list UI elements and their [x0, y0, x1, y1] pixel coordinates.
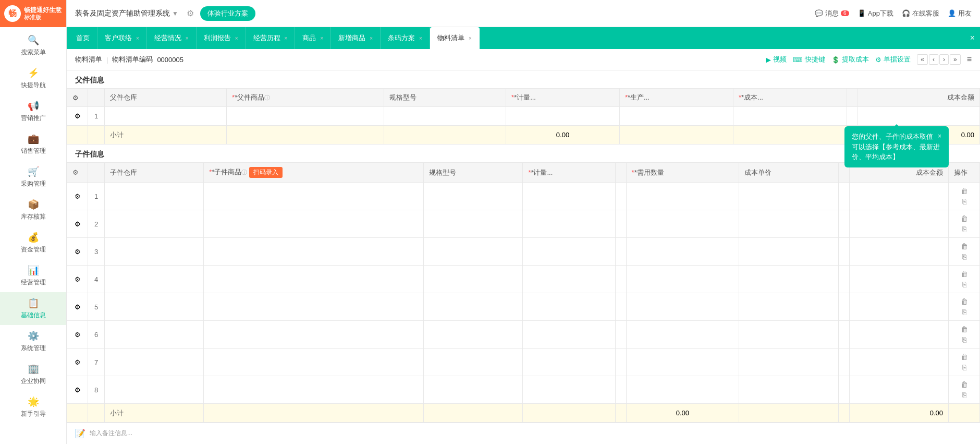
tab-history[interactable]: 经营历程 × [246, 27, 296, 49]
delete-row-button[interactable]: 🗑 [959, 241, 970, 251]
sidebar-item-guide[interactable]: 🌟 新手引导 [0, 391, 66, 424]
child-unit-cost-cell[interactable] [739, 266, 838, 293]
tab-close-icon[interactable]: × [419, 35, 422, 41]
child-required-qty-cell[interactable] [626, 266, 739, 293]
tab-bom[interactable]: 物料清单 × [430, 27, 480, 49]
child-unit-cell[interactable] [523, 293, 615, 321]
next-page-button[interactable]: › [939, 54, 949, 65]
child-unit-cost-cell[interactable] [739, 238, 838, 266]
child-warehouse-cell[interactable] [105, 349, 204, 376]
parent-spec-cell[interactable] [384, 107, 506, 126]
sidebar-item-enterprise[interactable]: 🏢 企业协同 [0, 358, 66, 391]
child-unit-cell[interactable] [523, 210, 615, 238]
settings-icon[interactable]: ⚙ [187, 8, 194, 18]
parent-cost-cell[interactable] [733, 107, 847, 126]
child-spec-cell[interactable] [424, 321, 523, 349]
shortcut-button[interactable]: ⌨ 快捷键 [793, 55, 825, 64]
delete-row-button[interactable]: 🗑 [959, 324, 970, 334]
copy-row-button[interactable]: ⎘ [960, 334, 969, 345]
sidebar-item-sales[interactable]: 💼 销售管理 [0, 128, 66, 161]
tab-goods[interactable]: 商品 × [295, 27, 331, 49]
child-product-cell[interactable] [204, 293, 424, 321]
tab-close-icon[interactable]: × [235, 35, 238, 41]
child-product-cell[interactable] [204, 183, 424, 210]
child-spec-cell[interactable] [424, 183, 523, 210]
child-warehouse-cell[interactable] [105, 321, 204, 349]
view-button[interactable]: ▶ 视频 [766, 55, 787, 64]
child-unit-cell[interactable] [523, 266, 615, 293]
child-required-qty-cell[interactable] [626, 349, 739, 376]
delete-row-button[interactable]: 🗑 [959, 379, 970, 390]
child-warehouse-cell[interactable] [105, 210, 204, 238]
child-spec-cell[interactable] [424, 349, 523, 376]
tooltip-close-button[interactable]: × [938, 131, 941, 141]
sidebar-item-operations[interactable]: 📊 经营管理 [0, 259, 66, 292]
child-warehouse-cell[interactable] [105, 183, 204, 210]
parent-product-cell[interactable] [227, 107, 384, 126]
trial-button[interactable]: 体验行业方案 [200, 6, 255, 21]
child-unit-cell[interactable] [523, 321, 615, 349]
child-warehouse-cell[interactable] [105, 293, 204, 321]
sidebar-item-purchase[interactable]: 🛒 采购管理 [0, 161, 66, 194]
delete-row-button[interactable]: 🗑 [959, 352, 970, 362]
tab-close-icon[interactable]: × [285, 35, 288, 41]
child-unit-cost-cell[interactable] [739, 376, 838, 404]
sidebar-item-inventory[interactable]: 📦 库存核算 [0, 194, 66, 226]
child-required-qty-cell[interactable] [626, 183, 739, 210]
child-unit-cost-cell[interactable] [739, 183, 838, 210]
tab-close-icon[interactable]: × [136, 35, 139, 41]
copy-row-button[interactable]: ⎘ [960, 390, 969, 400]
child-spec-cell[interactable] [424, 266, 523, 293]
copy-row-button[interactable]: ⎘ [960, 279, 969, 290]
child-warehouse-cell[interactable] [105, 376, 204, 404]
tab-close-icon[interactable]: × [469, 35, 472, 41]
parent-production-cell[interactable] [619, 107, 733, 126]
delete-row-button[interactable]: 🗑 [959, 269, 970, 279]
delete-row-button[interactable]: 🗑 [959, 296, 970, 307]
child-product-cell[interactable] [204, 210, 424, 238]
sidebar-item-quicknav[interactable]: ⚡ 快捷导航 [0, 62, 66, 95]
single-setting-button[interactable]: ⚙ 单据设置 [875, 55, 911, 64]
sidebar-item-system[interactable]: ⚙️ 系统管理 [0, 325, 66, 358]
child-unit-cost-cell[interactable] [739, 321, 838, 349]
child-product-cell[interactable] [204, 238, 424, 266]
tab-profit[interactable]: 利润报告 × [197, 27, 246, 49]
child-spec-cell[interactable] [424, 210, 523, 238]
copy-row-button[interactable]: ⎘ [960, 224, 969, 234]
sidebar-item-finance[interactable]: 💰 资金管理 [0, 226, 66, 259]
tab-close-icon[interactable]: × [370, 35, 373, 41]
sidebar-item-search[interactable]: 🔍 搜索菜单 [0, 29, 66, 62]
child-required-qty-cell[interactable] [626, 210, 739, 238]
sidebar-item-marketing[interactable]: 📢 营销推广 [0, 95, 66, 128]
tab-home[interactable]: 首页 [69, 27, 97, 49]
child-product-cell[interactable] [204, 376, 424, 404]
message-button[interactable]: 💬 消息 6 [815, 9, 849, 18]
delete-row-button[interactable]: 🗑 [959, 186, 970, 196]
sidebar-item-basic[interactable]: 📋 基础信息 [0, 292, 66, 325]
child-unit-cell[interactable] [523, 183, 615, 210]
child-product-cell[interactable] [204, 321, 424, 349]
child-unit-cell[interactable] [523, 238, 615, 266]
last-page-button[interactable]: » [950, 54, 961, 65]
copy-row-button[interactable]: ⎘ [960, 196, 969, 207]
copy-row-button[interactable]: ⎘ [960, 307, 969, 317]
child-product-cell[interactable] [204, 349, 424, 376]
child-unit-cell[interactable] [523, 376, 615, 404]
scan-input-button[interactable]: 扫码录入 [249, 167, 283, 178]
child-required-qty-cell[interactable] [626, 376, 739, 404]
tab-new-goods[interactable]: 新增商品 × [331, 27, 381, 49]
first-page-button[interactable]: « [917, 54, 928, 65]
child-unit-cell[interactable] [523, 349, 615, 376]
child-product-cell[interactable] [204, 266, 424, 293]
child-spec-cell[interactable] [424, 376, 523, 404]
copy-row-button[interactable]: ⎘ [960, 251, 969, 262]
get-cost-button[interactable]: 💲 提取成本 [831, 55, 869, 64]
nav-close-all-button[interactable]: × [965, 27, 980, 49]
child-unit-cost-cell[interactable] [739, 210, 838, 238]
child-required-qty-cell[interactable] [626, 238, 739, 266]
child-spec-cell[interactable] [424, 293, 523, 321]
child-spec-cell[interactable] [424, 238, 523, 266]
child-unit-cost-cell[interactable] [739, 293, 838, 321]
app-download-button[interactable]: 📱 App下载 [858, 9, 893, 18]
menu-layout-icon[interactable]: ≡ [967, 55, 972, 64]
